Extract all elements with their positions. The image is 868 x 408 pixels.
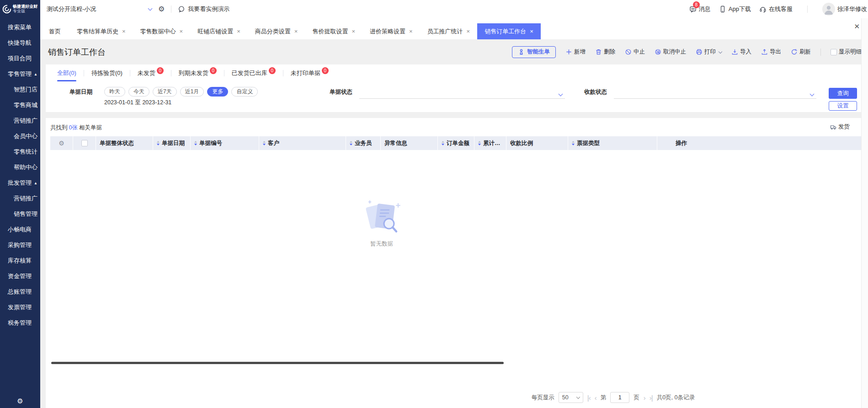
- sort-icon[interactable]: [157, 141, 160, 145]
- sidebar-item[interactable]: 小畅电商▲: [0, 222, 40, 237]
- tab-close-icon[interactable]: ×: [180, 28, 183, 34]
- show-detail-checkbox[interactable]: [831, 49, 837, 55]
- messages-button[interactable]: 消息 8: [689, 5, 711, 13]
- table-column-header[interactable]: ⚙ 单据日期: [153, 136, 191, 150]
- workspace-tab[interactable]: 旺铺店铺设置 ×: [190, 23, 248, 39]
- sidebar-item[interactable]: 发票管理▲: [0, 300, 40, 315]
- settings-gear-icon[interactable]: ⚙: [158, 5, 165, 13]
- sidebar-item[interactable]: 税务管理▲: [0, 315, 40, 331]
- sidebar-item[interactable]: 会员中心▲: [0, 129, 40, 144]
- app-download-button[interactable]: App下载: [719, 5, 751, 13]
- workspace-tab[interactable]: 售价提取设置 ×: [305, 23, 362, 39]
- last-page-button[interactable]: ›|: [650, 394, 653, 401]
- table-column-header[interactable]: ⚙: [73, 136, 96, 150]
- sidebar-item[interactable]: 快捷导航▲: [0, 35, 40, 51]
- horizontal-scrollbar[interactable]: [51, 362, 504, 364]
- abort-button[interactable]: 中止: [625, 48, 645, 56]
- sidebar-item[interactable]: 搜索菜单▲: [0, 20, 40, 35]
- workspace-tab[interactable]: 商品分类设置 ×: [248, 23, 305, 39]
- import-button[interactable]: 导入: [731, 48, 751, 56]
- table-column-header[interactable]: ⚙ 业务员: [346, 136, 381, 150]
- sort-icon[interactable]: [442, 141, 444, 145]
- quick-date-pill[interactable]: 近7天: [153, 87, 177, 97]
- table-column-header[interactable]: ⚙ 客户: [259, 136, 346, 150]
- sort-icon[interactable]: [263, 141, 266, 145]
- sidebar-item[interactable]: 采购管理▲: [0, 237, 40, 253]
- table-column-header[interactable]: ⚙ 异常信息: [381, 136, 438, 150]
- tab-close-icon[interactable]: ×: [237, 28, 240, 34]
- tab-close-icon[interactable]: ×: [530, 28, 533, 34]
- sidebar-item[interactable]: 项目合同▲: [0, 51, 40, 66]
- workspace-tab[interactable]: 进价策略设置 ×: [362, 23, 420, 39]
- sidebar-item[interactable]: 资金管理▲: [0, 268, 40, 284]
- table-column-header[interactable]: ⚙ 收款比例: [506, 136, 568, 150]
- vertical-scrollbar-track[interactable]: [861, 18, 868, 408]
- user-menu[interactable]: 徐泽华修改: [822, 3, 867, 16]
- tab-close-icon[interactable]: ×: [409, 28, 413, 34]
- show-detail-toggle[interactable]: 显示明细: [831, 48, 862, 56]
- table-column-header[interactable]: ⚙ 订单金额: [438, 136, 474, 150]
- export-button[interactable]: 导出: [761, 48, 781, 56]
- sidebar-item[interactable]: 销售管理▲: [0, 206, 40, 222]
- cancel-abort-button[interactable]: 取消中止: [655, 48, 686, 56]
- print-button[interactable]: 打印: [696, 48, 722, 56]
- page-size-select[interactable]: 50: [559, 392, 583, 403]
- sidebar-item[interactable]: 智慧门店▲: [0, 82, 40, 97]
- status-filter-tab[interactable]: 未打印单据 0: [291, 69, 329, 80]
- sidebar-settings-gear-icon[interactable]: ⚙: [0, 397, 40, 405]
- quick-date-pill[interactable]: 近1月: [180, 87, 204, 97]
- settings-button[interactable]: 设置: [829, 101, 857, 111]
- workspace-tab[interactable]: 零售结算单历史 ×: [69, 23, 133, 39]
- table-column-header[interactable]: ⚙ 单据整体状态: [96, 136, 153, 150]
- quick-date-pill[interactable]: 今天: [128, 87, 149, 97]
- workspace-tab[interactable]: 销售订单工作台 ×: [477, 23, 541, 39]
- status-filter-tab[interactable]: 已发货已出库 0: [232, 69, 291, 80]
- date-range-value[interactable]: 2023-01-01 至 2023-12-31: [104, 99, 258, 107]
- workspace-tab[interactable]: 零售数据中心 ×: [133, 23, 191, 39]
- online-service-button[interactable]: 在线客服: [759, 5, 793, 13]
- quick-date-pill[interactable]: 昨天: [104, 87, 125, 97]
- page-number-input[interactable]: [610, 392, 629, 403]
- sort-icon[interactable]: [478, 141, 481, 145]
- search-button[interactable]: 查询: [829, 88, 857, 99]
- next-page-button[interactable]: ›: [644, 394, 645, 401]
- sort-icon[interactable]: [572, 141, 575, 145]
- payment-status-select[interactable]: [614, 87, 816, 99]
- delete-button[interactable]: 删除: [595, 48, 615, 56]
- table-column-header[interactable]: ⚙: [50, 136, 73, 150]
- tab-close-icon[interactable]: ×: [122, 28, 126, 34]
- select-all-checkbox[interactable]: [81, 140, 88, 146]
- quick-date-pill[interactable]: 更多: [207, 87, 228, 97]
- table-column-header[interactable]: ⚙ 单据编号: [191, 136, 259, 150]
- sidebar-item[interactable]: 帮助中心▲: [0, 160, 40, 175]
- demo-link[interactable]: 我要看实例演示: [178, 5, 229, 13]
- status-filter-tab[interactable]: 待拣验货(0): [91, 69, 138, 80]
- sort-icon[interactable]: [350, 141, 352, 145]
- tab-close-icon[interactable]: ×: [467, 28, 470, 34]
- first-page-button[interactable]: |‹: [587, 394, 591, 401]
- sidebar-item[interactable]: 库存核算▲: [0, 253, 40, 268]
- smart-generate-button[interactable]: 智能生单: [512, 46, 556, 58]
- refresh-button[interactable]: 刷新: [791, 48, 811, 56]
- table-column-header[interactable]: ⚙ 累计收款...: [474, 136, 506, 150]
- status-filter-tab[interactable]: 未发货 0: [138, 69, 179, 80]
- workspace-tab[interactable]: 首页 ×: [40, 23, 69, 39]
- ship-link[interactable]: 发货: [830, 123, 850, 131]
- sidebar-item[interactable]: 营销推广▲: [0, 113, 40, 129]
- sidebar-item[interactable]: 总账管理▲: [0, 284, 40, 300]
- tab-close-icon[interactable]: ×: [351, 28, 355, 34]
- prev-page-button[interactable]: ‹: [595, 394, 596, 401]
- sidebar-item[interactable]: 批发管理▲: [0, 175, 40, 191]
- add-button[interactable]: 新增: [565, 48, 586, 56]
- workspace-tab[interactable]: 员工推广统计 ×: [420, 23, 478, 39]
- tab-close-icon[interactable]: ×: [294, 28, 298, 34]
- table-column-header[interactable]: ⚙ 票据类型: [568, 136, 657, 150]
- quick-date-pill[interactable]: 自定义: [231, 87, 258, 97]
- status-filter-tab[interactable]: 到期未发货 0: [179, 69, 232, 80]
- sort-icon[interactable]: [194, 141, 197, 145]
- table-column-header[interactable]: ⚙ 操作: [657, 136, 861, 150]
- sidebar-item[interactable]: 营销推广▲: [0, 191, 40, 206]
- sidebar-item[interactable]: 零售统计▲: [0, 144, 40, 160]
- org-selector-dropdown[interactable]: 测试分开流程-小况: [47, 5, 152, 13]
- column-settings-gear-icon[interactable]: ⚙: [59, 140, 64, 147]
